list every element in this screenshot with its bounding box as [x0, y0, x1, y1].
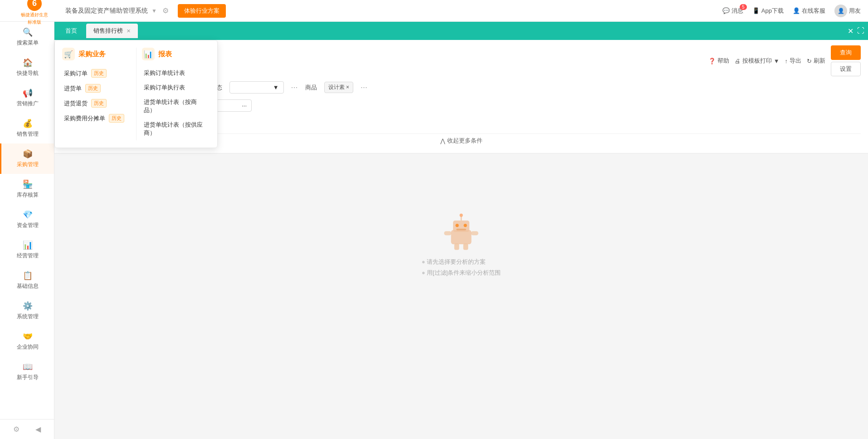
- tab-close-all-icon[interactable]: ✕: [848, 27, 853, 35]
- report-col: 📊 报表 采购订单统计表 采购订单执行表 进货单统计表（按商品） 进货单统计表（…: [142, 48, 210, 140]
- sidebar: 🔍 搜索菜单 🏠 快捷导航 📢 营销推广 💰 销售管理 📦 采购管理 🏪 库存核…: [0, 22, 54, 439]
- return-label: 进货退货: [64, 99, 88, 108]
- header-right: 💬 消息 5 📱 App下载 👤 在线客服 👤 用友: [722, 5, 861, 17]
- menu-item-incoming-stats-goods[interactable]: 进货单统计表（按商品）: [142, 95, 210, 118]
- settings-button[interactable]: 设置: [831, 62, 861, 76]
- message-icon: 💬: [722, 7, 730, 14]
- order-status-select[interactable]: ▼: [229, 81, 284, 94]
- salesperson-arrow: ···: [242, 102, 247, 109]
- print-label: 按模板打印: [742, 57, 772, 65]
- export-label: 导出: [790, 57, 801, 65]
- sidebar-purchase-label: 采购管理: [17, 161, 39, 168]
- sidebar-item-capital[interactable]: 💎 资金管理: [0, 204, 54, 235]
- sidebar-sales-label: 销售管理: [17, 130, 39, 138]
- system-dropdown-arrow[interactable]: ▼: [151, 8, 157, 14]
- logo-area: 6 畅捷通好生意 标准版: [7, 0, 62, 25]
- sidebar-item-system[interactable]: ⚙️ 系统管理: [0, 296, 54, 326]
- user-item[interactable]: 👤 用友: [834, 5, 861, 17]
- menu-item-return[interactable]: 进货退货 历史: [62, 96, 131, 111]
- menu-item-incoming[interactable]: 进货单 历史: [62, 81, 131, 96]
- report-icon: 📊: [142, 48, 155, 60]
- empty-tip-2: 用[过滤]条件来缩小分析范围: [422, 269, 501, 277]
- svg-rect-5: [444, 231, 451, 235]
- sidebar-inventory-label: 库存核算: [17, 191, 39, 199]
- online-service-item[interactable]: 👤 在线客服: [793, 7, 825, 15]
- purchase-business-icon: 🛒: [62, 48, 75, 60]
- sidebar-operations-label: 经营管理: [17, 252, 39, 260]
- menu-item-expense[interactable]: 采购费用分摊单 历史: [62, 111, 131, 126]
- incoming-label: 进货单: [64, 84, 82, 93]
- order-status-more[interactable]: ···: [291, 83, 298, 92]
- sidebar-item-marketing[interactable]: 📢 营销推广: [0, 83, 54, 113]
- sidebar-system-label: 系统管理: [17, 313, 39, 321]
- collapse-btn[interactable]: ⋀ 收起更多条件: [438, 134, 485, 148]
- industry-btn[interactable]: 体验行业方案: [178, 4, 226, 18]
- order-exec-label: 采购订单执行表: [144, 84, 185, 92]
- tab-bar: 首页 销售排行榜 ✕ ✕ ⛶: [54, 22, 868, 40]
- print-arrow: ▼: [774, 58, 780, 64]
- settings-bottom-icon[interactable]: ⚙: [13, 425, 20, 434]
- svg-rect-6: [471, 231, 478, 235]
- system-icon: ⚙️: [23, 301, 33, 311]
- sidebar-quick-nav-label: 快捷导航: [17, 69, 39, 77]
- tab-sales-rank[interactable]: 销售排行榜 ✕: [86, 24, 138, 38]
- menu-item-purchase-order[interactable]: 采购订单 历史: [62, 66, 131, 81]
- sidebar-item-inventory[interactable]: 🏪 库存核算: [0, 174, 54, 204]
- app-download-item[interactable]: 📱 App下载: [752, 7, 784, 15]
- service-icon: 👤: [793, 7, 800, 14]
- sidebar-item-operations[interactable]: 📊 经营管理: [0, 235, 54, 265]
- menu-item-incoming-stats-supplier[interactable]: 进货单统计表（按供应商）: [142, 118, 210, 140]
- main-layout: 🔍 搜索菜单 🏠 快捷导航 📢 营销推广 💰 销售管理 📦 采购管理 🏪 库存核…: [0, 22, 868, 439]
- incoming-stats-goods-label: 进货单统计表（按商品）: [144, 98, 209, 114]
- print-item[interactable]: 🖨 按模板打印 ▼: [735, 57, 780, 65]
- sidebar-item-purchase[interactable]: 📦 采购管理: [0, 143, 54, 174]
- refresh-item[interactable]: ↻ 刷新: [807, 57, 825, 65]
- help-item[interactable]: ❓ 帮助: [708, 57, 729, 65]
- phone-icon: 📱: [752, 7, 760, 14]
- tab-expand-icon[interactable]: ⛶: [857, 27, 864, 35]
- sidebar-item-quick-nav[interactable]: 🏠 快捷导航: [0, 52, 54, 83]
- expense-label: 采购费用分摊单: [64, 114, 105, 123]
- collapse-label: 收起更多条件: [447, 137, 483, 145]
- sidebar-item-basic-info[interactable]: 📋 基础信息: [0, 265, 54, 296]
- purchase-icon: 📦: [23, 149, 33, 159]
- export-item[interactable]: ↑ 导出: [785, 57, 802, 65]
- collapse-sidebar-icon[interactable]: ◀: [35, 425, 41, 434]
- svg-point-3: [463, 224, 467, 227]
- goods-label: 商品: [305, 84, 317, 92]
- incoming-history-tag: 历史: [85, 84, 101, 93]
- sidebar-guide-label: 新手引导: [17, 374, 39, 381]
- menu-item-order-stats[interactable]: 采购订单统计表: [142, 66, 210, 80]
- sales-icon: 💰: [23, 118, 33, 128]
- empty-tips: 请先选择要分析的方案 用[过滤]条件来缩小分析范围: [422, 258, 501, 277]
- sidebar-item-sales[interactable]: 💰 销售管理: [0, 113, 54, 143]
- menu-item-order-exec[interactable]: 采购订单执行表: [142, 80, 210, 95]
- empty-robot-illustration: [441, 212, 482, 252]
- message-badge: 5: [740, 4, 747, 10]
- tab-home[interactable]: 首页: [58, 24, 84, 38]
- sidebar-item-search[interactable]: 🔍 搜索菜单: [0, 22, 54, 52]
- export-icon: ↑: [785, 58, 788, 64]
- sidebar-cooperation-label: 企业协同: [17, 343, 39, 351]
- collapse-icon: ⋀: [440, 138, 445, 144]
- svg-rect-4: [456, 229, 466, 231]
- purchase-business-header: 🛒 采购业务: [62, 48, 131, 60]
- incoming-stats-supplier-label: 进货单统计表（按供应商）: [144, 121, 209, 137]
- svg-rect-0: [451, 230, 472, 245]
- tab-close-icon[interactable]: ✕: [127, 28, 131, 34]
- sidebar-item-cooperation[interactable]: 🤝 企业协同: [0, 326, 54, 356]
- help-icon: ❓: [708, 58, 716, 64]
- refresh-label: 刷新: [814, 57, 825, 65]
- avatar: 👤: [834, 5, 847, 17]
- online-service-label: 在线客服: [802, 7, 825, 15]
- query-button[interactable]: 查询: [831, 45, 861, 60]
- sidebar-item-guide[interactable]: 📖 新手引导: [0, 356, 54, 387]
- goods-value: 设计素 ×: [328, 84, 349, 91]
- goods-more[interactable]: ···: [361, 83, 367, 92]
- purchase-order-history-tag: 历史: [91, 69, 107, 78]
- purchase-business-col: 🛒 采购业务 采购订单 历史 进货单 历史 进货退货 历史: [62, 48, 131, 140]
- refresh-icon: ↻: [807, 58, 812, 64]
- system-settings-icon[interactable]: ⚙: [162, 6, 169, 15]
- top-header: 6 畅捷通好生意 标准版 装备及固定资产辅助管理系统 ▼ ⚙ 体验行业方案 💬 …: [0, 0, 868, 22]
- notification-item[interactable]: 💬 消息 5: [722, 7, 743, 15]
